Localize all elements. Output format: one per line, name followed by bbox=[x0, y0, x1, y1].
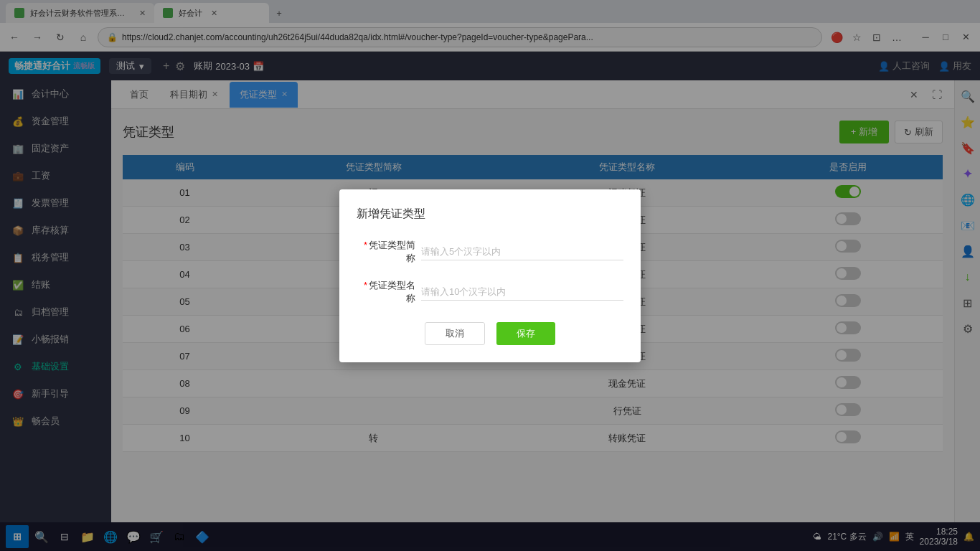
save-button[interactable]: 保存 bbox=[496, 322, 555, 345]
dialog-overlay: 新增凭证类型 凭证类型简称 凭证类型名称 取消 保存 bbox=[0, 0, 980, 551]
name-field: 凭证类型名称 bbox=[357, 279, 623, 305]
abbr-field-label: 凭证类型简称 bbox=[357, 239, 421, 265]
dialog-footer: 取消 保存 bbox=[357, 322, 623, 345]
abbr-field: 凭证类型简称 bbox=[357, 239, 623, 265]
new-voucher-type-dialog: 新增凭证类型 凭证类型简称 凭证类型名称 取消 保存 bbox=[339, 189, 641, 362]
abbr-input[interactable] bbox=[421, 243, 623, 260]
cancel-button[interactable]: 取消 bbox=[425, 322, 485, 345]
name-field-label: 凭证类型名称 bbox=[357, 279, 421, 305]
name-input[interactable] bbox=[421, 283, 623, 301]
dialog-title: 新增凭证类型 bbox=[357, 207, 623, 222]
